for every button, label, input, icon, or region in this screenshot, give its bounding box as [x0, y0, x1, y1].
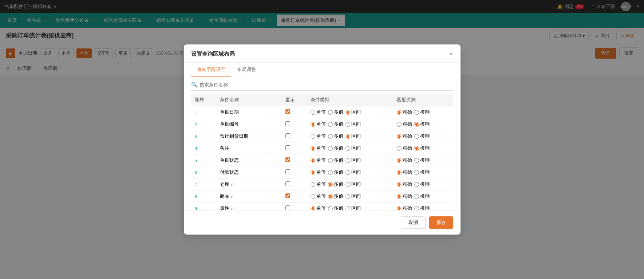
tab-query-fields[interactable]: 查询字段设置 [191, 63, 231, 75]
modal-title: 设置查询区域布局 [191, 51, 235, 58]
modal-overlay: 设置查询区域布局 × 查询字段设置 布局调整 🔍 [0, 0, 644, 75]
modal-close-button[interactable]: × [449, 50, 453, 58]
modal-tabs: 查询字段设置 布局调整 [184, 63, 461, 75]
modal-header: 设置查询区域布局 × [184, 44, 461, 63]
tab-layout-adjust[interactable]: 布局调整 [231, 63, 262, 75]
settings-modal: 设置查询区域布局 × 查询字段设置 布局调整 🔍 [184, 44, 461, 75]
